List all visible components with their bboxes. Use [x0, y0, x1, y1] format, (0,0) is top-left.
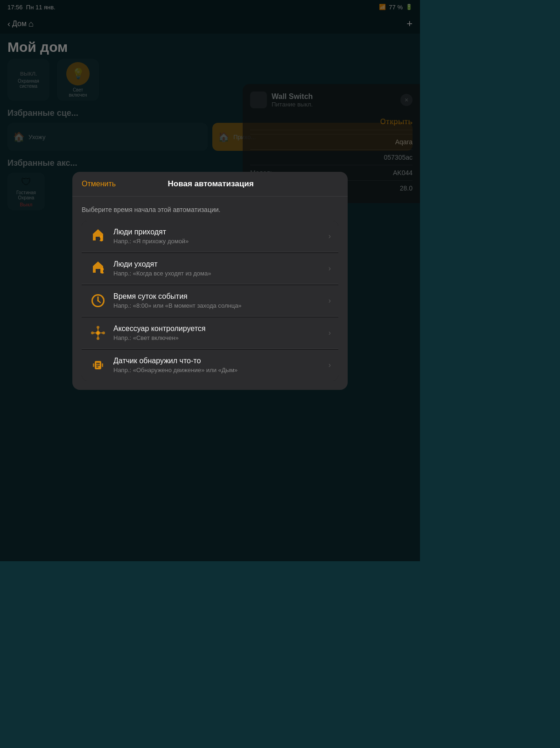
modal-new-automation: Отменить Новая автоматизация Выберите вр… — [72, 172, 348, 390]
modal-title: Новая автоматизация — [168, 179, 254, 189]
time-icon-svg — [89, 292, 107, 310]
arrive-icon-container — [89, 227, 107, 245]
accessory-example: Напр.: «Свет включен» — [113, 334, 325, 341]
automation-item-sensor[interactable]: Датчик обнаружил что-то Напр.: «Обнаруже… — [82, 350, 338, 381]
leave-chevron-icon: › — [329, 264, 331, 273]
arrive-chevron-icon: › — [329, 232, 331, 240]
accessory-icon-container — [89, 324, 107, 342]
accessory-chevron-icon: › — [329, 329, 331, 337]
modal-overlay[interactable]: Отменить Новая автоматизация Выберите вр… — [0, 0, 420, 561]
svg-point-19 — [96, 331, 100, 335]
automation-list: Люди приходят Напр.: «Я прихожу домой» › — [82, 221, 338, 381]
time-example: Напр.: «8:00» или «В момент захода солнц… — [113, 302, 325, 309]
sensor-text: Датчик обнаружил что-то Напр.: «Обнаруже… — [113, 357, 325, 374]
leave-name: Люди уходят — [113, 260, 325, 268]
svg-rect-29 — [96, 363, 100, 364]
svg-rect-31 — [96, 367, 98, 367]
accessory-text: Аксессуар контролируется Напр.: «Свет вк… — [113, 325, 325, 341]
automation-item-people-arrive[interactable]: Люди приходят Напр.: «Я прихожу домой» › — [82, 221, 338, 252]
modal-header: Отменить Новая автоматизация — [72, 172, 348, 197]
arrive-name: Люди приходят — [113, 228, 325, 236]
accessory-icon-svg — [89, 324, 107, 342]
sensor-chevron-icon: › — [329, 361, 331, 369]
modal-description: Выберите время начала этой автоматизации… — [82, 206, 338, 213]
sensor-icon-container — [89, 356, 107, 374]
arrive-text: Люди приходят Напр.: «Я прихожу домой» — [113, 228, 325, 245]
svg-rect-8 — [96, 269, 100, 273]
leave-icon-svg — [89, 260, 107, 277]
time-icon-container — [89, 292, 107, 310]
svg-point-26 — [91, 332, 94, 334]
modal-body: Выберите время начала этой автоматизации… — [72, 197, 348, 390]
svg-rect-33 — [102, 363, 103, 367]
svg-point-18 — [98, 300, 99, 301]
accessory-name: Аксессуар контролируется — [113, 325, 325, 333]
leave-text: Люди уходят Напр.: «Когда все уходят из … — [113, 260, 325, 277]
svg-point-24 — [97, 326, 99, 329]
leave-icon-container — [89, 260, 107, 277]
sensor-icon-svg — [89, 356, 107, 374]
automation-item-time[interactable]: Время суток события Напр.: «8:00» или «В… — [82, 285, 338, 317]
svg-rect-30 — [96, 365, 100, 366]
automation-item-people-leave[interactable]: Люди уходят Напр.: «Когда все уходят из … — [82, 253, 338, 284]
svg-rect-32 — [93, 363, 94, 367]
svg-point-27 — [102, 332, 105, 334]
svg-point-25 — [97, 337, 99, 340]
sensor-example: Напр.: «Обнаружено движение» или «Дым» — [113, 367, 325, 374]
modal-cancel-button[interactable]: Отменить — [82, 180, 116, 188]
arrive-example: Напр.: «Я прихожу домой» — [113, 238, 325, 245]
automation-item-accessory[interactable]: Аксессуар контролируется Напр.: «Свет вк… — [82, 318, 338, 349]
time-chevron-icon: › — [329, 296, 331, 305]
leave-example: Напр.: «Когда все уходят из дома» — [113, 270, 325, 277]
arrive-icon-svg — [89, 227, 107, 245]
time-name: Время суток события — [113, 292, 325, 301]
svg-rect-1 — [96, 237, 100, 240]
time-text: Время суток события Напр.: «8:00» или «В… — [113, 292, 325, 309]
sensor-name: Датчик обнаружил что-то — [113, 357, 325, 365]
